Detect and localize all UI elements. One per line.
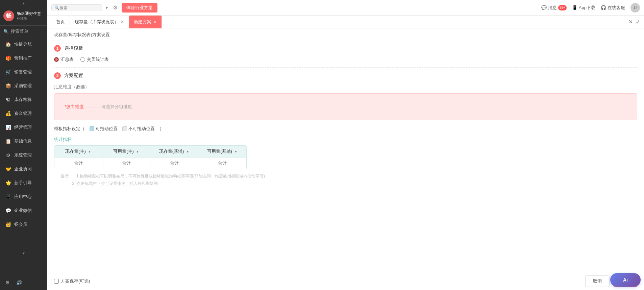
phone-icon: 📱 — [5, 193, 11, 200]
wechat-icon: 💬 — [5, 207, 11, 214]
radio-cross[interactable]: 交叉统计表 — [80, 56, 109, 63]
page-title: 现存量(库存状况表)方案设置 — [47, 28, 644, 40]
col4-chevron-icon[interactable]: ▼ — [234, 150, 238, 153]
topbar-app-download[interactable]: 📱 App下载 — [572, 5, 595, 11]
section2-title: 方案配置 — [64, 73, 83, 79]
avatar-text: U — [634, 5, 637, 10]
sidebar-item-system[interactable]: ⚙ 系统管理 — [1, 148, 46, 162]
gear-icon: ⚙ — [5, 152, 11, 159]
page-content: 现存量(库存状况表)方案设置 1 选择模板 汇总表 交叉统计表 — [47, 28, 644, 290]
app-version: 标准版 — [17, 16, 41, 21]
radio-summary-label: 汇总表 — [60, 56, 74, 63]
sidebar-search-label: 搜索菜单 — [11, 28, 28, 34]
ai-fab-button[interactable]: Ai — [610, 273, 641, 287]
app-logo-icon: 畅 — [3, 10, 14, 21]
indicator-settings-label: 模板指标设定（ — [54, 126, 85, 132]
cancel-button[interactable]: 取消 — [585, 275, 610, 287]
section1-title: 选择模板 — [64, 45, 83, 51]
sidebar-item-finance[interactable]: 💰 资金管理 — [1, 107, 46, 120]
topbar-messages[interactable]: 💬 消息 99+ — [541, 5, 567, 11]
chart-icon: 📊 — [5, 124, 11, 131]
tab-expand-icon[interactable]: ⤢ — [636, 19, 640, 25]
home-icon: 🏠 — [5, 41, 11, 48]
topbar-right: 💬 消息 99+ 📱 App下载 🎧 在线客服 U — [541, 3, 640, 13]
sidebar-item-operation[interactable]: 📊 经营管理 — [1, 121, 46, 134]
crown-icon: 👑 — [5, 221, 11, 228]
online-service-label: 在线客服 — [608, 5, 625, 11]
dimension-placeholder: 请选择分组维度 — [101, 104, 132, 110]
sidebar-search[interactable]: 🔍 搜索菜单 — [0, 26, 47, 37]
trial-btn[interactable]: 体验行业方案 — [122, 3, 157, 13]
stats-table-row-1: 合计 合计 合计 合计 — [54, 157, 246, 169]
sidebar-settings-icon[interactable]: ⚙ — [3, 279, 11, 287]
topbar-gear-icon[interactable]: ⚙ — [113, 4, 118, 11]
col2-chevron-icon[interactable]: ▼ — [136, 150, 139, 153]
non-draggable-tag-box — [122, 126, 127, 131]
save-checkbox[interactable] — [54, 279, 59, 284]
sidebar-item-label: 销售管理 — [14, 69, 32, 75]
sidebar-item-basic[interactable]: 📋 基础信息 — [1, 135, 46, 148]
finance-icon: 💰 — [5, 110, 11, 117]
sidebar-sound-icon[interactable]: 🔊 — [15, 279, 23, 287]
bottom-bar: 方案保存(可选) 取消 查询 — [47, 272, 644, 290]
sidebar-item-purchase[interactable]: 📦 采购管理 — [1, 79, 46, 93]
topbar-search-box[interactable]: 🔍 — [51, 4, 102, 11]
tabs-right-controls: ✕ ⤢ — [628, 19, 640, 25]
section1-header: 1 选择模板 — [54, 45, 637, 52]
col1-chevron-icon[interactable]: ▼ — [88, 150, 91, 153]
sidebar-item-quick-nav[interactable]: 🏠 快捷导航 — [1, 38, 46, 51]
non-draggable-tag: 不可拖动位置 — [122, 126, 155, 132]
sidebar-item-inventory[interactable]: 🏗 库存核算 — [1, 93, 46, 106]
tab-close-all-icon[interactable]: ✕ — [628, 19, 633, 25]
non-draggable-tag-label: 不可拖动位置 — [128, 126, 155, 132]
cart-icon: 🛒 — [5, 69, 11, 75]
gift-icon: 🎁 — [5, 55, 11, 62]
tab-new-plan[interactable]: 新建方案 ✕ — [129, 16, 162, 28]
sidebar-item-label: 资金管理 — [14, 111, 32, 117]
section2-plan-config: 2 方案配置 汇总维度（必选） *纵向维度 —— 请选择分组维度 模板指标设定（… — [47, 68, 644, 195]
sidebar-item-label: 营销推广 — [14, 55, 32, 61]
sidebar-item-newuser[interactable]: 🌟 新手引导 — [1, 176, 46, 190]
section1-num: 1 — [54, 45, 61, 52]
messages-badge: 99+ — [558, 5, 567, 10]
sidebar-item-appstore[interactable]: 📱 应用中心 — [1, 190, 46, 203]
radio-summary-input[interactable] — [54, 57, 59, 62]
radio-cross-input[interactable] — [80, 57, 85, 62]
sidebar-logo: 畅 畅康通好生意 标准版 — [0, 6, 47, 26]
topbar-search-input[interactable] — [59, 5, 93, 10]
search-icon: 🔍 — [3, 29, 9, 34]
sidebar-item-label: 应用中心 — [14, 194, 32, 200]
sidebar-item-marketing[interactable]: 🎁 营销推广 — [1, 51, 46, 65]
sidebar-scroll-up[interactable]: ▲ — [0, 0, 47, 6]
save-option: 方案保存(可选) — [54, 278, 90, 284]
stats-col-header-2: 可用量(主) ▼ — [102, 146, 150, 157]
topbar-dropdown-arrow[interactable]: ▼ — [105, 5, 109, 10]
sidebar-item-label: 采购管理 — [14, 83, 32, 89]
col1-label: 现存量(主) — [65, 148, 86, 154]
sidebar-scroll-down[interactable]: ▼ — [0, 250, 47, 257]
sidebar-item-label: 快捷导航 — [14, 41, 32, 47]
handshake-icon: 🤝 — [5, 166, 11, 172]
stats-col-header-1: 现存量(主) ▼ — [54, 146, 102, 157]
tab-new-plan-close-icon[interactable]: ✕ — [153, 20, 157, 24]
radio-summary[interactable]: 汇总表 — [54, 56, 74, 63]
headset-icon: 🎧 — [601, 5, 606, 10]
app-download-label: App下载 — [579, 5, 595, 11]
sidebar-item-label: 系统管理 — [14, 152, 32, 158]
indicator-settings: 模板指标设定（ 可拖动位置 不可拖动位置 ） — [54, 126, 637, 132]
tab-inventory-close-icon[interactable]: ✕ — [121, 20, 124, 24]
dimension-area[interactable]: *纵向维度 —— 请选择分组维度 — [54, 93, 637, 120]
sidebar-item-wechat[interactable]: 💬 企业微信 — [1, 204, 46, 217]
tab-home[interactable]: 首页 — [51, 16, 70, 28]
sidebar-item-sales[interactable]: 🛒 销售管理 — [1, 65, 46, 79]
sidebar-item-cooperation[interactable]: 🤝 企业协同 — [1, 162, 46, 176]
topbar-online-service[interactable]: 🎧 在线客服 — [601, 5, 625, 11]
stats-col-header-3: 现存量(基辅) ▼ — [150, 146, 198, 157]
stats-table: 现存量(主) ▼ 可用量(主) ▼ 现存量(基辅) ▼ 可用量(基辅) — [54, 145, 247, 169]
sidebar-item-member[interactable]: 👑 畅会员 — [1, 218, 46, 231]
save-option-label: 方案保存(可选) — [61, 278, 90, 284]
user-avatar[interactable]: U — [630, 3, 640, 13]
required-mark: *纵向维度 — [65, 104, 84, 110]
tab-inventory-status[interactable]: 现存量（库存状况表） ✕ — [70, 16, 129, 28]
col3-chevron-icon[interactable]: ▼ — [186, 150, 189, 153]
